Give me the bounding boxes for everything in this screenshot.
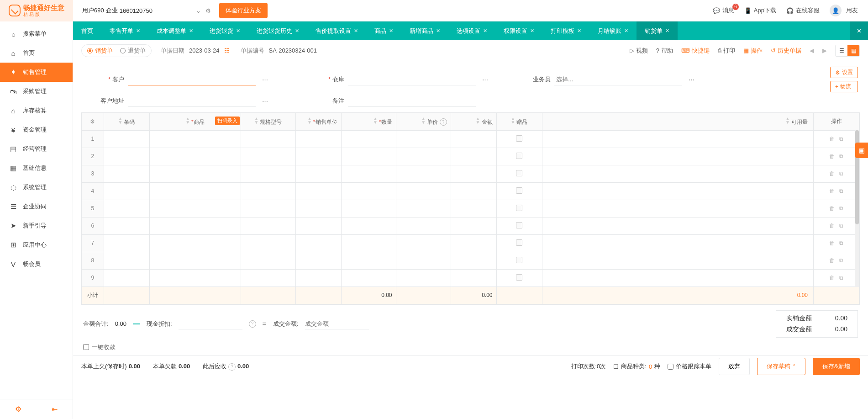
copy-row-icon[interactable]: ⧉ bbox=[839, 223, 843, 229]
table-row[interactable]: 7 🗑⧉ bbox=[82, 234, 859, 252]
cell-qty[interactable] bbox=[341, 165, 396, 182]
tab-首页[interactable]: 首页 bbox=[73, 21, 101, 40]
delete-row-icon[interactable]: 🗑 bbox=[829, 136, 835, 142]
remark-input[interactable] bbox=[348, 95, 476, 107]
tenant-selector[interactable]: 用户690企业1660120750 ⌄ bbox=[82, 6, 201, 15]
table-row[interactable]: 5 🗑⧉ bbox=[82, 200, 859, 217]
cell-amount[interactable] bbox=[451, 130, 496, 148]
cell-qty[interactable] bbox=[341, 200, 396, 217]
cell-amount[interactable] bbox=[451, 165, 496, 182]
sort-icon[interactable]: ▲▼ bbox=[307, 117, 312, 124]
cell-spec[interactable] bbox=[241, 165, 295, 182]
discard-button[interactable]: 放弃 bbox=[719, 358, 750, 375]
cell-available[interactable] bbox=[542, 217, 814, 234]
delete-row-icon[interactable]: 🗑 bbox=[829, 275, 835, 281]
try-industry-button[interactable]: 体验行业方案 bbox=[219, 3, 268, 18]
cell-product[interactable] bbox=[149, 165, 241, 182]
sort-icon[interactable]: ▲▼ bbox=[476, 117, 480, 124]
cell-available[interactable] bbox=[542, 234, 814, 252]
delete-row-icon[interactable]: 🗑 bbox=[829, 170, 835, 177]
radio-return[interactable]: 退货单 bbox=[120, 47, 146, 55]
close-all-tabs-button[interactable]: ✕ bbox=[850, 21, 868, 40]
gift-checkbox[interactable] bbox=[516, 222, 522, 228]
salesperson-more-button[interactable]: ⋯ bbox=[686, 76, 698, 83]
cell-spec[interactable] bbox=[241, 148, 295, 165]
cell-amount[interactable] bbox=[451, 217, 496, 234]
cell-unit[interactable] bbox=[295, 252, 341, 269]
tab-商品[interactable]: 商品✕ bbox=[366, 21, 401, 40]
sort-icon[interactable]: ▲▼ bbox=[254, 117, 259, 124]
copy-row-icon[interactable]: ⧉ bbox=[839, 205, 843, 212]
sidebar-operation[interactable]: ▤经营管理 bbox=[0, 139, 73, 159]
user-name[interactable]: 用友 bbox=[846, 6, 858, 15]
online-service-button[interactable]: 🎧 在线客服 bbox=[786, 6, 820, 15]
sidebar-collab[interactable]: ☰企业协同 bbox=[0, 197, 73, 216]
cell-spec[interactable] bbox=[241, 269, 295, 286]
cell-unit[interactable] bbox=[295, 182, 341, 200]
prev-doc-button[interactable]: ◀ bbox=[810, 47, 814, 54]
cell-qty[interactable] bbox=[341, 182, 396, 200]
gift-checkbox[interactable] bbox=[516, 257, 522, 263]
close-icon[interactable]: ✕ bbox=[189, 28, 193, 34]
cell-unit[interactable] bbox=[295, 200, 341, 217]
cell-barcode[interactable] bbox=[104, 165, 149, 182]
close-icon[interactable]: ✕ bbox=[354, 28, 358, 34]
scan-entry-badge[interactable]: 扫码录入 bbox=[215, 117, 240, 125]
tab-权限设置[interactable]: 权限设置✕ bbox=[495, 21, 542, 40]
cell-unit[interactable] bbox=[295, 217, 341, 234]
discount-input[interactable] bbox=[179, 318, 242, 329]
logistics-button[interactable]: +物流 bbox=[830, 81, 858, 92]
cell-qty[interactable] bbox=[341, 130, 396, 148]
sort-icon[interactable]: ▲▼ bbox=[785, 117, 790, 124]
cell-gift[interactable] bbox=[496, 130, 542, 148]
gift-checkbox[interactable] bbox=[516, 187, 522, 194]
gift-checkbox[interactable] bbox=[516, 153, 522, 159]
tab-成本调整单[interactable]: 成本调整单✕ bbox=[148, 21, 201, 40]
cell-barcode[interactable] bbox=[104, 200, 149, 217]
close-icon[interactable]: ✕ bbox=[295, 28, 299, 34]
cell-available[interactable] bbox=[542, 252, 814, 269]
copy-row-icon[interactable]: ⧉ bbox=[839, 136, 843, 142]
tab-销货单[interactable]: 销货单✕ bbox=[637, 21, 678, 40]
cell-unit[interactable] bbox=[295, 269, 341, 286]
cell-qty[interactable] bbox=[341, 269, 396, 286]
radio-sale[interactable]: 销货单 bbox=[87, 47, 113, 55]
cell-product[interactable] bbox=[149, 182, 241, 200]
sidebar-basic[interactable]: ▦基础信息 bbox=[0, 159, 73, 178]
app-download-button[interactable]: 📱 App下载 bbox=[744, 6, 776, 15]
cell-spec[interactable] bbox=[241, 252, 295, 269]
cell-price[interactable] bbox=[396, 148, 451, 165]
gear-icon[interactable]: ⚙ bbox=[205, 7, 211, 14]
copy-row-icon[interactable]: ⧉ bbox=[839, 188, 843, 194]
cell-product[interactable] bbox=[149, 234, 241, 252]
cell-gift[interactable] bbox=[496, 182, 542, 200]
avatar[interactable]: 👤 bbox=[830, 5, 842, 16]
grid-view-button[interactable]: ▦ bbox=[847, 45, 859, 56]
close-icon[interactable]: ✕ bbox=[624, 28, 628, 34]
table-row[interactable]: 8 🗑⧉ bbox=[82, 252, 859, 269]
sort-icon[interactable]: ▲▼ bbox=[185, 117, 190, 124]
cell-unit[interactable] bbox=[295, 148, 341, 165]
delete-row-icon[interactable]: 🗑 bbox=[829, 153, 835, 159]
close-icon[interactable]: ✕ bbox=[665, 28, 669, 34]
print-button[interactable]: ⎙打印 bbox=[718, 47, 735, 55]
cell-gift[interactable] bbox=[496, 200, 542, 217]
price-track-checkbox[interactable] bbox=[668, 364, 673, 370]
cell-unit[interactable] bbox=[295, 165, 341, 182]
history-button[interactable]: ↺历史单据 bbox=[771, 47, 801, 55]
cell-barcode[interactable] bbox=[104, 252, 149, 269]
sidebar-finance[interactable]: ¥资金管理 bbox=[0, 120, 73, 139]
cell-qty[interactable] bbox=[341, 234, 396, 252]
next-doc-button[interactable]: ▶ bbox=[822, 47, 827, 54]
cell-barcode[interactable] bbox=[104, 130, 149, 148]
cell-amount[interactable] bbox=[451, 148, 496, 165]
sidebar-inventory[interactable]: ⌂库存核算 bbox=[0, 101, 73, 120]
delete-row-icon[interactable]: 🗑 bbox=[829, 188, 835, 194]
tab-售价提取设置[interactable]: 售价提取设置✕ bbox=[307, 21, 366, 40]
copy-row-icon[interactable]: ⧉ bbox=[839, 170, 843, 177]
shortcut-button[interactable]: ⌨快捷键 bbox=[681, 47, 710, 55]
cell-qty[interactable] bbox=[341, 148, 396, 165]
salesperson-input[interactable] bbox=[554, 74, 682, 85]
receivable-help-icon[interactable]: ? bbox=[228, 363, 236, 371]
cell-gift[interactable] bbox=[496, 148, 542, 165]
